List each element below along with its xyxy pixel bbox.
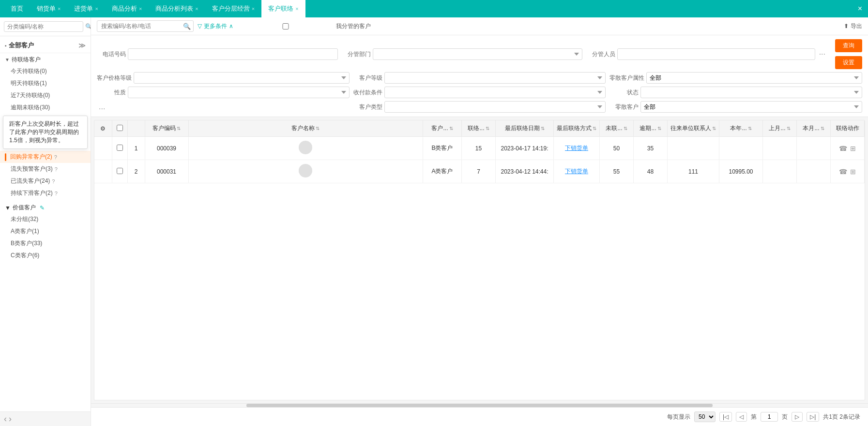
- sidebar-value-group[interactable]: ▼ 价值客户 ✎: [0, 201, 91, 213]
- phone-input[interactable]: [128, 48, 338, 60]
- sidebar-search-input[interactable]: [4, 21, 83, 32]
- sidebar-item-a-class[interactable]: A类客户(1): [0, 225, 91, 237]
- sidebar-item-7days[interactable]: 近7天待联络(0): [0, 89, 91, 102]
- sidebar-item-today[interactable]: 今天待联络(0): [0, 65, 91, 77]
- retail-attr-select[interactable]: 全部: [646, 72, 862, 84]
- sidebar-item-overdue[interactable]: 逾期未联络(30): [0, 102, 91, 114]
- next-page-button[interactable]: ▷: [792, 412, 803, 422]
- person-dots[interactable]: ···: [817, 50, 827, 59]
- th-no-contact[interactable]: 未联... ⇅: [600, 120, 634, 137]
- th-last-date[interactable]: 最后联络日期 ⇅: [496, 120, 554, 137]
- sidebar-item-lost-warning[interactable]: 流失预警客户(3) ?: [0, 163, 91, 175]
- td-code-2[interactable]: 000031: [145, 160, 188, 183]
- nav-customer-contact[interactable]: 客户联络 ×: [261, 0, 305, 17]
- sidebar-right-arrow[interactable]: ›: [9, 414, 12, 424]
- lost-info-icon[interactable]: ?: [52, 178, 55, 184]
- td-code-1[interactable]: 000039: [145, 137, 188, 160]
- gender-select[interactable]: [128, 87, 350, 98]
- sidebar-item-declining[interactable]: 持续下滑客户(2) ?: [0, 187, 91, 199]
- person-input[interactable]: [617, 48, 815, 60]
- nav-product-analysis-list[interactable]: 商品分析列表 ×: [149, 0, 205, 17]
- declining-info-icon[interactable]: ?: [55, 191, 58, 196]
- more-conditions-button[interactable]: ▽ 更多条件 ∧: [198, 22, 233, 30]
- sidebar-item-tomorrow[interactable]: 明天待联络(1): [0, 77, 91, 89]
- first-page-button[interactable]: |◁: [719, 412, 732, 422]
- last-page-button[interactable]: ▷|: [807, 412, 819, 422]
- td-this-year-1: [719, 137, 763, 160]
- check-all[interactable]: [117, 125, 123, 131]
- close-all-button[interactable]: ×: [856, 2, 864, 15]
- th-contact[interactable]: 联络... ⇅: [462, 120, 496, 137]
- row4-dots[interactable]: ...: [97, 103, 107, 111]
- sidebar-left-arrow[interactable]: ‹: [4, 414, 7, 424]
- td-contact-person-1: [668, 137, 719, 160]
- th-last-month[interactable]: 上月... ⇅: [763, 120, 797, 137]
- th-code[interactable]: 客户编码 ⇅: [145, 120, 188, 137]
- per-page-select[interactable]: 50: [694, 411, 716, 422]
- close-customer-contact-icon[interactable]: ×: [295, 0, 298, 17]
- th-contact-person[interactable]: 往来单位联系人 ⇅: [668, 120, 719, 137]
- td-this-month-2: [797, 160, 831, 183]
- search-icon[interactable]: 🔍: [183, 23, 191, 30]
- my-customers-checkbox[interactable]: 我分管的客户: [237, 22, 371, 30]
- th-grade[interactable]: 客户... ⇅: [423, 120, 462, 137]
- my-customers-check[interactable]: [237, 23, 334, 29]
- sidebar-search-icon[interactable]: 🔍: [85, 23, 91, 30]
- row-check-2[interactable]: [117, 168, 123, 174]
- price-grade-field: 客户价格等级: [97, 72, 350, 84]
- sidebar-item-lost[interactable]: 已流失客户(24) ?: [0, 175, 91, 187]
- settings-button[interactable]: 设置: [835, 56, 862, 69]
- query-button[interactable]: 查询: [835, 39, 862, 52]
- nav-home[interactable]: 首页: [4, 0, 30, 17]
- row-check-1[interactable]: [117, 145, 123, 151]
- sidebar-item-b-class[interactable]: B类客户(33): [0, 237, 91, 250]
- td-no-contact-1: 50: [600, 137, 634, 160]
- action-icons-1: ☎ ⊞: [834, 145, 861, 152]
- edit-value-icon[interactable]: ✎: [40, 205, 45, 211]
- action-phone-1[interactable]: ☎: [839, 145, 847, 152]
- search-input[interactable]: [97, 20, 194, 32]
- sort-contact-icon: ⇅: [486, 126, 489, 131]
- action-phone-2[interactable]: ☎: [839, 168, 847, 176]
- close-purchase-icon[interactable]: ×: [95, 0, 98, 17]
- sidebar: 🔍 ▪ 全部客户 ≫ ▼ 待联络客户 今天待联络(0) 明天待联络(1) 近7天…: [0, 17, 91, 426]
- th-this-month[interactable]: 本月... ⇅: [797, 120, 831, 137]
- nav-customer-segment[interactable]: 客户分层经营 ×: [205, 0, 261, 17]
- sidebar-item-abnormal[interactable]: 回购异常客户(2) ?: [0, 151, 91, 163]
- th-last-method[interactable]: 最后联络方式 ⇅: [554, 120, 600, 137]
- td-name-1: [188, 137, 423, 160]
- grade-select[interactable]: [384, 72, 606, 84]
- export-button[interactable]: ⬆ 导出: [844, 22, 862, 30]
- th-this-year[interactable]: 本年... ⇅: [719, 120, 763, 137]
- td-last-method-2[interactable]: 下销货单: [554, 160, 600, 183]
- lost-warning-info-icon[interactable]: ?: [55, 166, 58, 172]
- abnormal-info-icon[interactable]: ?: [54, 154, 57, 160]
- td-last-method-1[interactable]: 下销货单: [554, 137, 600, 160]
- close-customer-segment-icon[interactable]: ×: [252, 0, 255, 17]
- sidebar-all-customers[interactable]: ▪ 全部客户 ≫: [0, 38, 91, 53]
- th-overdue[interactable]: 逾期... ⇅: [634, 120, 668, 137]
- action-more-2[interactable]: ⊞: [850, 168, 856, 176]
- collapse-icon[interactable]: ≫: [78, 42, 86, 49]
- nav-purchase[interactable]: 进货单 ×: [67, 0, 105, 17]
- retail-select[interactable]: 全部: [640, 101, 862, 113]
- close-product-analysis-icon[interactable]: ×: [139, 0, 142, 17]
- th-name[interactable]: 客户名称 ⇅: [188, 120, 423, 137]
- nav-product-analysis[interactable]: 商品分析 ×: [105, 0, 149, 17]
- sidebar-item-ungroup[interactable]: 未分组(32): [0, 213, 91, 225]
- close-product-analysis-list-icon[interactable]: ×: [195, 0, 198, 17]
- prev-page-button[interactable]: ◁: [736, 412, 747, 422]
- action-more-1[interactable]: ⊞: [850, 145, 856, 152]
- th-settings[interactable]: ⚙: [94, 120, 112, 137]
- sidebar-item-c-class[interactable]: C类客户(6): [0, 250, 91, 262]
- horizontal-scroll-bar[interactable]: [91, 403, 868, 407]
- sidebar-pending-group[interactable]: ▼ 待联络客户: [0, 53, 91, 65]
- payment-select[interactable]: [384, 87, 606, 98]
- close-sales-icon[interactable]: ×: [58, 0, 61, 17]
- page-input[interactable]: [761, 412, 778, 422]
- dept-select[interactable]: [373, 48, 583, 60]
- status-select[interactable]: [640, 87, 862, 98]
- customer-type-select[interactable]: [384, 101, 606, 113]
- price-grade-select[interactable]: [134, 72, 350, 84]
- nav-sales[interactable]: 销货单 ×: [30, 0, 67, 17]
